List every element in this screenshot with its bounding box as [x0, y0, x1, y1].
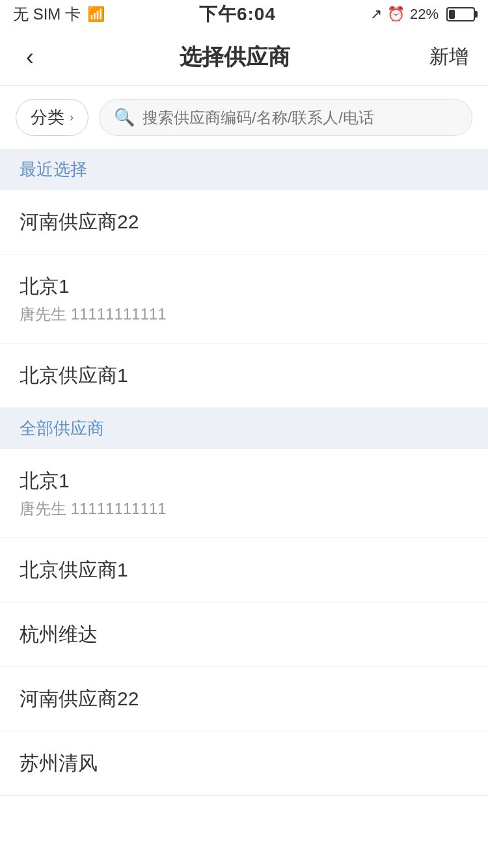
search-input[interactable] — [142, 109, 457, 127]
category-label: 分类 — [31, 106, 64, 129]
item-name: 北京供应商1 — [20, 556, 468, 584]
list-item[interactable]: 北京1唐先生 11111111111 — [0, 449, 488, 538]
item-name: 北京1 — [20, 467, 468, 495]
location-icon: ↗ — [370, 6, 382, 23]
battery-text: 22% — [410, 6, 439, 23]
battery-icon — [446, 7, 475, 21]
item-name: 杭州维达 — [20, 621, 468, 648]
status-right: ↗ ⏰ 22% — [370, 6, 475, 23]
list-item[interactable]: 杭州维达 — [0, 603, 488, 667]
new-button[interactable]: 新增 — [429, 44, 468, 70]
section-header-all: 全部供应商 — [0, 408, 488, 449]
item-sub: 唐先生 11111111111 — [20, 304, 468, 325]
category-button[interactable]: 分类 › — [16, 99, 88, 136]
search-icon: 🔍 — [114, 107, 135, 128]
chevron-right-icon: › — [70, 111, 74, 124]
filter-bar: 分类 › 🔍 — [0, 86, 488, 149]
back-button[interactable]: ‹ — [20, 37, 40, 77]
list-item[interactable]: 苏州清风 — [0, 731, 488, 796]
status-time: 下午6:04 — [199, 2, 276, 27]
status-left: 无 SIM 卡 📶 — [13, 4, 105, 25]
item-name: 苏州清风 — [20, 750, 468, 777]
list-item[interactable]: 河南供应商22 — [0, 667, 488, 731]
item-sub: 唐先生 11111111111 — [20, 498, 468, 519]
list-item[interactable]: 北京1唐先生 11111111111 — [0, 254, 488, 344]
wifi-icon: 📶 — [87, 6, 105, 23]
item-name: 河南供应商22 — [20, 208, 468, 236]
list-item[interactable]: 北京供应商1 — [0, 538, 488, 603]
list-item[interactable]: 北京供应商1 — [0, 344, 488, 408]
item-name: 北京1 — [20, 273, 468, 300]
item-name: 北京供应商1 — [20, 362, 468, 389]
alarm-icon: ⏰ — [387, 6, 405, 23]
section-header-recent: 最近选择 — [0, 149, 488, 190]
sim-text: 无 SIM 卡 — [13, 4, 81, 25]
status-bar: 无 SIM 卡 📶 下午6:04 ↗ ⏰ 22% — [0, 0, 488, 29]
supplier-list: 最近选择河南供应商22北京1唐先生 11111111111北京供应商1全部供应商… — [0, 149, 488, 796]
list-item[interactable]: 河南供应商22 — [0, 190, 488, 254]
item-name: 河南供应商22 — [20, 685, 468, 712]
nav-title: 选择供应商 — [180, 42, 290, 72]
search-box[interactable]: 🔍 — [99, 99, 472, 136]
nav-bar: ‹ 选择供应商 新增 — [0, 29, 488, 86]
